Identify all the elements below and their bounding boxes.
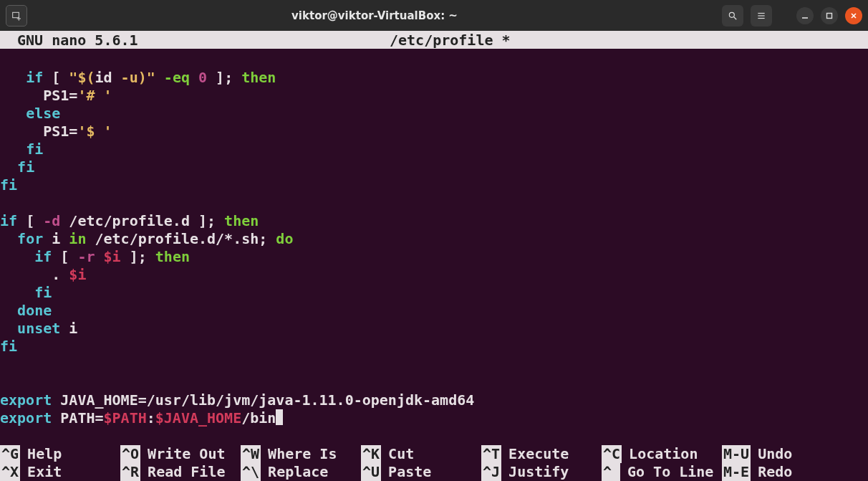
shortcut-cell[interactable]: ^GHelp — [0, 445, 120, 463]
shortcut-row: ^XExit^RRead File^\Replace^UPaste^JJusti… — [0, 463, 868, 481]
shortcut-cell[interactable]: M-ERedo — [722, 463, 842, 481]
shortcut-key: ^J — [481, 463, 501, 481]
minimize-button[interactable] — [796, 7, 814, 24]
code-line — [0, 194, 9, 211]
shortcut-label: Write Out — [140, 445, 225, 463]
window-title: viktor@viktor-VirtualBox: ~ — [27, 9, 722, 22]
window-titlebar: viktor@viktor-VirtualBox: ~ — [0, 0, 868, 31]
shortcut-key: ^ — [602, 463, 620, 481]
shortcut-key: ^G — [0, 445, 20, 463]
code-line: if [ -r $i ]; then — [0, 248, 190, 265]
close-icon — [850, 12, 857, 19]
code-line: fi — [0, 338, 17, 355]
shortcut-key: M-U — [722, 445, 751, 463]
shortcut-cell[interactable]: ^OWrite Out — [120, 445, 241, 463]
shortcut-label: Go To Line — [620, 463, 713, 481]
shortcut-label: Help — [20, 445, 62, 463]
svg-rect-9 — [827, 13, 832, 18]
shortcut-key: ^W — [241, 445, 261, 463]
text-cursor — [276, 409, 283, 425]
code-line: for i in /etc/profile.d/*.sh; do — [0, 230, 293, 247]
code-line: fi — [0, 176, 17, 194]
shortcut-cell[interactable]: M-UUndo — [722, 445, 842, 463]
code-line: export JAVA_HOME=/usr/lib/jvm/java-1.11.… — [0, 391, 474, 409]
nano-shortcut-bar: ^GHelp^OWrite Out^WWhere Is^KCut^TExecut… — [0, 445, 868, 481]
shortcut-cell[interactable]: ^TExecute — [481, 445, 602, 463]
shortcut-cell[interactable]: ^KCut — [361, 445, 481, 463]
shortcut-key: ^R — [120, 463, 140, 481]
code-line — [0, 356, 9, 373]
search-button[interactable] — [722, 5, 743, 27]
shortcut-cell[interactable]: ^UPaste — [361, 463, 481, 481]
code-line: else — [0, 105, 60, 122]
shortcut-key: ^O — [120, 445, 140, 463]
maximize-button[interactable] — [821, 7, 838, 24]
code-line: export PATH=$PATH:$JAVA_HOME/bin — [0, 409, 283, 427]
shortcut-label: Location — [622, 445, 698, 463]
shortcut-key: ^C — [602, 445, 622, 463]
shortcut-row: ^GHelp^OWrite Out^WWhere Is^KCut^TExecut… — [0, 445, 868, 463]
shortcut-label: Justify — [501, 463, 569, 481]
shortcut-key: M-E — [722, 463, 751, 481]
close-button[interactable] — [845, 7, 862, 24]
nano-header: GNU nano 5.6.1 /etc/profile * — [0, 31, 868, 49]
shortcut-label: Execute — [501, 445, 569, 463]
svg-line-4 — [734, 16, 737, 19]
nano-version: GNU nano 5.6.1 — [17, 32, 390, 49]
shortcut-label: Cut — [381, 445, 414, 463]
shortcut-label: Paste — [381, 463, 431, 481]
code-line: fi — [0, 158, 34, 176]
code-line: fi — [0, 284, 52, 301]
new-tab-button[interactable] — [6, 5, 27, 27]
shortcut-cell[interactable]: ^WWhere Is — [241, 445, 361, 463]
nano-filename: /etc/profile * — [390, 32, 865, 49]
menu-button[interactable] — [751, 5, 772, 27]
code-line: PS1='$ ' — [0, 123, 112, 140]
shortcut-key: ^K — [361, 445, 381, 463]
shortcut-cell[interactable]: ^\Replace — [241, 463, 361, 481]
shortcut-cell[interactable]: ^RRead File — [120, 463, 241, 481]
shortcut-key: ^T — [481, 445, 501, 463]
shortcut-label: Undo — [751, 445, 792, 463]
new-tab-icon — [11, 10, 22, 22]
code-line: done — [0, 302, 52, 319]
hamburger-icon — [756, 11, 766, 21]
code-line — [0, 373, 9, 391]
shortcut-cell[interactable]: ^XExit — [0, 463, 120, 481]
code-line: if [ "$(id -u)" -eq 0 ]; then — [0, 69, 276, 86]
shortcut-label: Redo — [751, 463, 792, 481]
minimize-icon — [801, 12, 809, 19]
svg-rect-0 — [13, 12, 19, 17]
shortcut-cell[interactable]: ^ Go To Line — [602, 463, 722, 481]
shortcut-label: Read File — [140, 463, 225, 481]
shortcut-label: Exit — [20, 463, 62, 481]
code-line: . $i — [0, 266, 86, 283]
maximize-icon — [826, 12, 833, 19]
shortcut-cell[interactable]: ^JJustify — [481, 463, 602, 481]
code-line: if [ -d /etc/profile.d ]; then — [0, 212, 259, 229]
shortcut-key: ^\ — [241, 463, 261, 481]
search-icon — [728, 11, 738, 21]
shortcut-label: Replace — [261, 463, 328, 481]
code-line: PS1='# ' — [0, 87, 112, 104]
code-line: fi — [0, 141, 43, 158]
shortcut-cell[interactable]: ^CLocation — [602, 445, 722, 463]
shortcut-label: Where Is — [261, 445, 337, 463]
shortcut-key: ^X — [0, 463, 20, 481]
svg-point-3 — [729, 12, 734, 17]
shortcut-key: ^U — [361, 463, 381, 481]
editor-content[interactable]: if [ "$(id -u)" -eq 0 ]; then PS1='# ' e… — [0, 49, 868, 427]
code-line: unset i — [0, 320, 77, 337]
